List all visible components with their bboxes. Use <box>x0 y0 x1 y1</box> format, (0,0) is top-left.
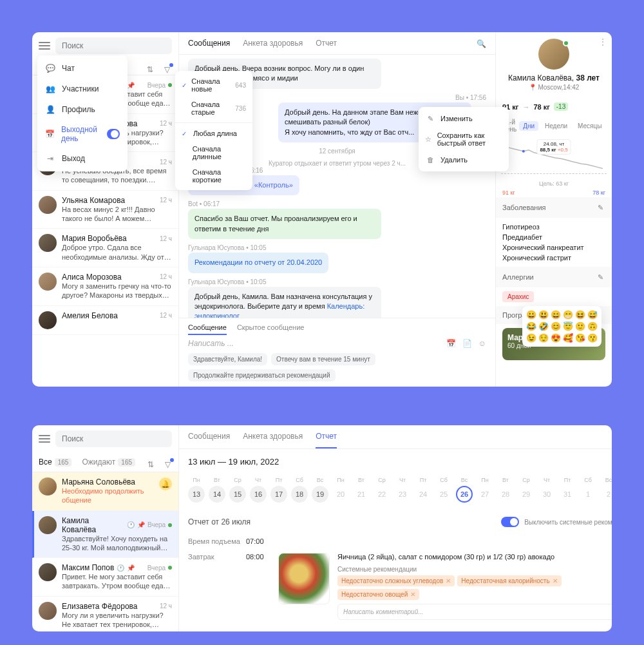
hamburger-icon[interactable] <box>39 435 50 443</box>
chat-item[interactable]: Алиса Морозова12 чМогу я заменить гречку… <box>32 267 178 306</box>
tab-health[interactable]: Анкета здоровья <box>243 432 303 448</box>
reco-chip[interactable]: Недостаточно овощей✕ <box>337 589 419 600</box>
cal-date[interactable]: 22 <box>374 486 390 503</box>
close-icon[interactable]: ✕ <box>410 591 415 598</box>
cal-date[interactable]: 24 <box>415 486 431 503</box>
compose-tab-msg[interactable]: Сообщение <box>188 323 227 335</box>
ctx-save-quick[interactable]: ☆Сохранить как быстрый ответ <box>419 128 509 151</box>
tab-report[interactable]: Отчет <box>316 432 337 448</box>
emoji[interactable]: 🙃 <box>587 322 598 331</box>
cal-date[interactable]: 17 <box>270 486 287 503</box>
sort-new-first[interactable]: ✓Сначала новые643 <box>175 73 252 97</box>
period-days[interactable]: Дни <box>519 121 538 131</box>
emoji[interactable]: 😆 <box>575 310 585 320</box>
tab-all[interactable]: Все165 <box>39 457 71 472</box>
cal-date[interactable]: 23 <box>394 486 411 503</box>
chat-item[interactable]: Максим Попов🕐📌ВчераПривет. Не могу заста… <box>32 558 178 597</box>
emoji[interactable]: 🥰 <box>563 333 573 343</box>
cal-date[interactable]: 15 <box>229 486 246 503</box>
sort-long-first[interactable]: Сначала длинные <box>175 141 252 164</box>
emoji[interactable]: 😊 <box>551 322 561 331</box>
nav-logout[interactable]: ⇥Выход <box>37 148 128 169</box>
ctx-edit[interactable]: ✎Изменить <box>419 110 509 128</box>
emoji[interactable]: 😄 <box>551 310 561 320</box>
nav-profile[interactable]: 👤Профиль <box>37 99 128 120</box>
cal-date[interactable]: 27 <box>477 486 493 503</box>
cal-date[interactable]: 26 <box>456 486 473 503</box>
emoji[interactable]: 🙂 <box>575 322 585 331</box>
sys-reco-toggle[interactable] <box>501 517 519 527</box>
edit-icon[interactable]: ✎ <box>595 272 605 282</box>
quick-reply-chip[interactable]: Отвечу вам в течение 15 минут <box>271 353 375 365</box>
close-icon[interactable]: ✕ <box>553 577 558 584</box>
cal-date[interactable]: 16 <box>250 486 267 503</box>
chat-item[interactable]: Мария Воробьёва12 чДоброе утро. Сдала вс… <box>32 229 178 267</box>
chat-item[interactable]: Амелия Белова12 ч <box>32 306 178 335</box>
chat-item[interactable]: Камила Ковалёва🕐📌ВчераЗдравствуйте! Хочу… <box>32 511 178 559</box>
tab-waiting[interactable]: Ожидают165 <box>82 457 135 472</box>
search-icon[interactable]: 🔍 <box>476 39 486 49</box>
cal-date[interactable]: 21 <box>353 486 370 503</box>
tab-report[interactable]: Отчет <box>316 39 337 54</box>
profile-more-icon[interactable]: ⋮ <box>599 37 607 46</box>
period-months[interactable]: Месяцы <box>574 121 605 131</box>
search-input[interactable] <box>55 430 172 447</box>
emoji[interactable]: 😂 <box>526 322 536 331</box>
dayoff-toggle[interactable] <box>107 129 120 139</box>
emoji[interactable]: 😅 <box>587 310 598 320</box>
sort-icon[interactable]: ⇅ <box>145 64 155 75</box>
emoji-picker[interactable]: 😀😃😄😁😆😅😂🤣😊😇🙂🙃😉😌😍🥰😘😗 <box>522 306 601 347</box>
hamburger-icon[interactable] <box>39 42 50 50</box>
cal-date[interactable]: 20 <box>332 486 349 503</box>
emoji[interactable]: 😍 <box>551 333 561 343</box>
attach-icon[interactable]: 📄 <box>462 339 472 348</box>
sort-icon[interactable]: ⇅ <box>146 459 156 470</box>
emoji[interactable]: 😀 <box>526 310 536 320</box>
emoji[interactable]: 😘 <box>575 333 585 343</box>
cal-date[interactable]: 19 <box>312 486 328 503</box>
tab-messages[interactable]: Сообщения <box>188 432 230 448</box>
nav-chat[interactable]: 💬Чат <box>37 58 128 79</box>
nav-dayoff[interactable]: 📅Выходной день <box>37 120 128 148</box>
chat-item[interactable]: Елизавета Фёдорова12 чМогу ли я увеличит… <box>32 597 178 631</box>
sort-any-len[interactable]: ✓Любая длина <box>175 126 252 141</box>
cal-date[interactable]: 30 <box>538 486 555 503</box>
quick-reply-chip[interactable]: Здравствуйте, Камила! <box>188 353 267 365</box>
cal-date[interactable]: 28 <box>497 486 514 503</box>
sort-short-first[interactable]: Сначала короткие <box>175 164 252 188</box>
cal-date[interactable]: 18 <box>291 486 308 503</box>
cal-date[interactable]: 2 <box>600 486 612 503</box>
close-icon[interactable]: ✕ <box>446 577 451 584</box>
cal-date[interactable]: 29 <box>518 486 535 503</box>
cal-date[interactable]: 25 <box>435 486 452 503</box>
search-input[interactable] <box>55 37 172 54</box>
nav-members[interactable]: 👥Участники <box>37 79 128 99</box>
quick-reply-chip[interactable]: Продолжайте придерживаться рекомендаций <box>188 369 336 381</box>
emoji[interactable]: 🤣 <box>538 322 549 331</box>
emoji-icon[interactable]: ☺ <box>478 339 486 348</box>
edit-icon[interactable]: ✎ <box>595 202 605 213</box>
cal-date[interactable]: 31 <box>559 486 576 503</box>
reco-chip[interactable]: Недостаточно сложных углеводов✕ <box>337 575 455 586</box>
comment-input[interactable]: Написать комментарий... <box>337 604 612 620</box>
filter-icon[interactable]: ▽ <box>162 64 172 75</box>
tab-messages[interactable]: Сообщения <box>188 39 230 54</box>
sort-old-first[interactable]: Сначала старые736 <box>175 97 252 120</box>
filter-icon[interactable]: ▽ <box>162 459 173 470</box>
tab-health[interactable]: Анкета здоровья <box>243 39 303 54</box>
chat-item[interactable]: Ульяна Комарова12 чНа весах минус 2 кг!!… <box>32 191 178 229</box>
emoji[interactable]: 😃 <box>538 310 549 320</box>
emoji[interactable]: 😁 <box>563 310 573 320</box>
reco-link[interactable]: Рекомендации по отчету от 20.04.2020 <box>188 253 328 273</box>
ctx-delete[interactable]: 🗑Удалить <box>419 151 509 169</box>
emoji[interactable]: 😌 <box>538 333 549 343</box>
cal-date[interactable]: 14 <box>209 486 225 503</box>
calendar-icon[interactable]: 📅 <box>446 339 456 348</box>
compose-input[interactable]: Написать ... <box>188 339 441 348</box>
compose-tab-hidden[interactable]: Скрытое сообщение <box>237 323 305 335</box>
emoji[interactable]: 😇 <box>563 322 573 331</box>
reco-chip[interactable]: Недостаточная калорийность✕ <box>457 575 561 586</box>
cal-date[interactable]: 13 <box>188 486 205 503</box>
emoji[interactable]: 😉 <box>526 333 536 343</box>
emoji[interactable]: 😗 <box>587 333 598 343</box>
